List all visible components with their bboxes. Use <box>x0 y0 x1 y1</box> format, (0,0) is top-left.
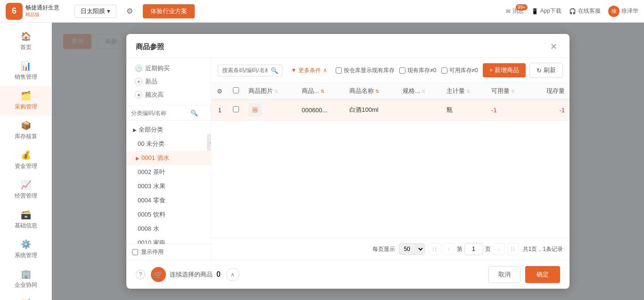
cat-item-00[interactable]: 00 未分类 <box>126 137 211 151</box>
table-row[interactable]: 1 <box>211 100 570 121</box>
sidebar-label-enterprise: 企业协同 <box>15 281 37 289</box>
quick-frequent[interactable]: ★ 频次高 <box>132 88 205 101</box>
add-product-btn[interactable]: + 新增商品 <box>483 63 526 77</box>
sidebar-item-home[interactable]: 🏠 首页 <box>0 26 51 56</box>
sort-name[interactable]: 商品名称 ⇅ <box>349 87 393 95</box>
cat-item-0001[interactable]: ▶ 0001 酒水 <box>126 151 211 165</box>
cat-item-all[interactable]: ▶ 全部分类 <box>126 123 211 137</box>
product-search-input[interactable] <box>222 67 268 74</box>
row-checkbox <box>228 100 244 121</box>
sidebar-item-operation[interactable]: 📈 经营管理 <box>0 175 51 205</box>
headset-icon: 🎧 <box>569 8 576 15</box>
cat-item-0010[interactable]: 0010 家电 <box>126 236 211 244</box>
select-all-checkbox[interactable] <box>233 87 239 93</box>
cat-search-icon[interactable]: 🔍 <box>190 109 198 117</box>
trial-btn[interactable]: 体验行业方案 <box>143 4 195 18</box>
table-header: ⚙ 商品图片 ⇅ <box>211 83 570 100</box>
sidebar-item-assets[interactable]: 💰 资金管理 <box>0 145 51 175</box>
more-filter-btn[interactable]: ▼ 更多条件 ∧ <box>287 65 331 76</box>
logo-text: 畅捷通好生意 <box>25 4 59 12</box>
basic-icon: 🗃️ <box>21 209 31 220</box>
cart-area: 🛒 连续选择的商品 0 <box>151 267 221 282</box>
th-spec: 规格... ⇅ <box>398 83 441 100</box>
next-page-btn[interactable]: › <box>493 243 505 255</box>
th-available: 可用量 ⇅ <box>487 83 531 100</box>
sort-unit[interactable]: 主计量 ⇅ <box>446 87 482 95</box>
cat-item-0003[interactable]: 0003 水果 <box>126 179 211 193</box>
page-total-info: 共1页，1条记录 <box>523 245 563 253</box>
modal-close-btn[interactable]: ✕ <box>547 41 560 53</box>
row-code: 000600... <box>297 100 345 121</box>
sidebar-item-basic[interactable]: 🗃️ 基础信息 <box>0 205 51 234</box>
sidebar-item-system[interactable]: ⚙️ 系统管理 <box>0 234 51 264</box>
username: 徐泽华 <box>621 7 638 15</box>
sort-spec[interactable]: 规格... ⇅ <box>403 87 437 95</box>
help-icon[interactable]: ? <box>136 270 145 279</box>
row-select-checkbox[interactable] <box>233 106 239 112</box>
show-disabled-checkbox[interactable] <box>132 249 138 255</box>
quick-new[interactable]: ✦ 新品 <box>132 75 205 88</box>
sort-unit-icon: ⇅ <box>466 89 470 94</box>
footer-collapse-btn[interactable]: ∧ <box>226 268 239 281</box>
sidebar-item-purchase[interactable]: 🗂️ 采购管理 <box>0 86 51 116</box>
sort-spec-icon: ⇅ <box>421 89 425 94</box>
online-service-btn[interactable]: 🎧 在线客服 <box>569 7 601 15</box>
modal-overlay: 商品参照 ✕ 🕐 近期购买 ✦ <box>52 23 644 300</box>
product-table: ⚙ 商品图片 ⇅ <box>211 83 570 121</box>
available-checkbox[interactable] <box>441 67 447 74</box>
sidebar: 🏠 首页 📊 销售管理 🗂️ 采购管理 📦 库存核算 💰 资金管理 📈 经营管理… <box>0 23 52 300</box>
refresh-btn[interactable]: ↻ 刷新 <box>529 63 563 78</box>
inventory-icon: 📦 <box>21 120 31 131</box>
first-page-btn[interactable]: ⟨⟨ <box>429 243 441 255</box>
search-icon[interactable]: 🔍 <box>271 67 278 74</box>
main-layout: 🏠 首页 📊 销售管理 🗂️ 采购管理 📦 库存核算 💰 资金管理 📈 经营管理… <box>0 23 644 300</box>
settings-icon[interactable]: ⚙ <box>122 4 137 19</box>
cart-icon: 🛒 <box>151 267 166 282</box>
home-icon: 🏠 <box>21 31 31 42</box>
warehouse-checkbox[interactable] <box>336 67 342 74</box>
category-panel: 🕐 近期购买 ✦ 新品 ★ 频次高 <box>126 58 211 260</box>
cancel-btn[interactable]: 取消 <box>488 266 520 283</box>
messages-btn[interactable]: ✉ 消息 99+ <box>506 7 524 15</box>
page-unit: 页 <box>485 245 491 253</box>
row-spec <box>398 100 441 121</box>
sidebar-item-inventory[interactable]: 📦 库存核算 <box>0 116 51 145</box>
service-label: 在线客服 <box>578 7 601 15</box>
modal-header: 商品参照 ✕ <box>126 34 570 58</box>
sort-code[interactable]: 商品... ⇅ <box>302 87 340 95</box>
sort-img[interactable]: 商品图片 ⇅ <box>248 87 292 95</box>
sort-available[interactable]: 可用量 ⇅ <box>491 87 527 95</box>
refresh-label: 刷新 <box>544 66 556 75</box>
sort-stock[interactable]: 现存量 <box>537 87 565 95</box>
cat-item-0005[interactable]: 0005 饮料 <box>126 208 211 222</box>
cart-count: 0 <box>216 270 221 279</box>
quick-new-label: 新品 <box>145 77 157 86</box>
star-icon: ★ <box>135 91 142 99</box>
prev-page-btn[interactable]: ‹ <box>443 243 455 255</box>
sidebar-item-enterprise[interactable]: 🏢 企业协同 <box>0 264 51 294</box>
quick-recent[interactable]: 🕐 近期购买 <box>132 62 205 75</box>
confirm-btn[interactable]: 确定 <box>525 266 560 283</box>
sidebar-item-guide[interactable]: 🔰 新手引导 <box>0 294 51 300</box>
table-body: 1 <box>211 100 570 121</box>
cat-search-input[interactable] <box>131 110 188 117</box>
row-available: -1 <box>487 100 531 121</box>
sort-available-icon: ⇅ <box>511 89 515 94</box>
last-page-btn[interactable]: ⟩⟩ <box>507 243 519 255</box>
expand-icon-all: ▶ <box>133 127 137 133</box>
app-download-btn[interactable]: 📱 App下载 <box>531 7 561 15</box>
store-selector[interactable]: 日太阳膜 ▾ <box>74 5 116 18</box>
cat-item-0004[interactable]: 0004 零食 <box>126 193 211 208</box>
page-input[interactable]: 1 <box>464 243 483 255</box>
avatar-icon: 徐 <box>608 6 619 17</box>
system-icon: ⚙️ <box>21 239 31 250</box>
col-settings-icon[interactable]: ⚙ <box>217 88 223 95</box>
panel-collapse-btn[interactable]: « <box>207 134 211 151</box>
per-page-select[interactable]: 50 100 200 <box>399 243 425 255</box>
purchase-icon: 🗂️ <box>21 91 31 101</box>
sidebar-item-sales[interactable]: 📊 销售管理 <box>0 56 51 86</box>
user-avatar[interactable]: 徐 徐泽华 <box>608 6 638 17</box>
cat-item-0008[interactable]: 0008 水 <box>126 222 211 236</box>
cat-item-0002[interactable]: 0002 茶叶 <box>126 165 211 179</box>
stock-checkbox[interactable] <box>399 67 405 74</box>
